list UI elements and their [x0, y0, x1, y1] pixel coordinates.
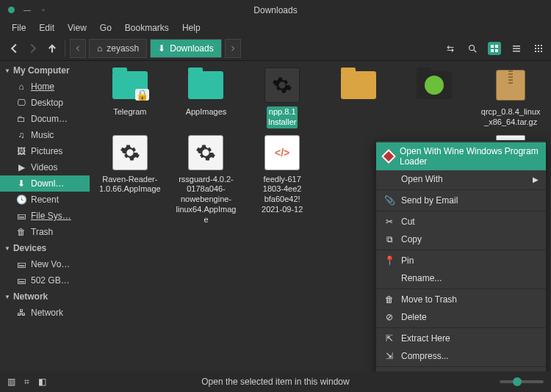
file-icon: </> — [263, 134, 301, 171]
sidebar-section-header[interactable]: ▼Network — [0, 288, 90, 305]
panel-toggle-icon[interactable]: ◧ — [38, 377, 46, 387]
svg-rect-3 — [491, 49, 494, 52]
icon-view-button[interactable] — [488, 42, 501, 55]
back-button[interactable] — [6, 40, 22, 57]
file-icon — [187, 134, 225, 171]
file-item[interactable]: npp.8.1Installer — [245, 65, 320, 130]
extract-icon: ⇱ — [383, 333, 395, 344]
file-label — [357, 106, 360, 108]
sidebar-item-desktop[interactable]: 🖵Desktop — [0, 95, 90, 111]
sidebar-item-downl[interactable]: ⬇Downl… — [0, 175, 90, 192]
breadcrumb-next-arrow[interactable] — [225, 39, 241, 58]
up-button[interactable] — [44, 40, 60, 57]
context-rename-[interactable]: Rename... — [376, 269, 546, 287]
sidebar-item-trash[interactable]: 🗑Trash — [0, 224, 90, 240]
breadcrumb-current[interactable]: ⬇ Downloads — [150, 39, 221, 58]
file-content-area[interactable]: TelegramAppImagesnpp.8.1Installerqrcp_0.… — [90, 61, 551, 371]
file-item[interactable]: </>feedly-6171803-4ee2bfa60e42!2021-09-1… — [245, 133, 320, 228]
sidebar-item-pictures[interactable]: 🖼Pictures — [0, 143, 90, 159]
forward-button[interactable] — [25, 40, 41, 57]
file-item[interactable] — [321, 65, 396, 130]
sidebar-item-recent[interactable]: 🕓Recent — [0, 192, 90, 208]
svg-rect-6 — [513, 48, 520, 49]
file-item[interactable] — [397, 65, 472, 130]
file-item[interactable]: Raven-Reader-1.0.66.AppImage — [93, 133, 168, 228]
file-item[interactable]: AppImages — [169, 65, 244, 130]
file-item[interactable]: rssguard-4.0.2-0178a046-nowebengine-linu… — [169, 133, 244, 228]
context-menu: Open With Wine Windows Program LoaderOpe… — [375, 140, 547, 371]
file-icon — [263, 67, 301, 104]
context-copy[interactable]: ⧉Copy — [376, 231, 546, 248]
file-label: qrcp_0.8.4_linux_x86_64.tar.gz — [478, 106, 543, 128]
breadcrumb-parent[interactable]: ⌂ zeyassh — [89, 39, 147, 58]
context-move-to-trash[interactable]: 🗑Move to Trash — [376, 291, 546, 308]
menu-bookmarks[interactable]: Bookmarks — [119, 21, 175, 35]
svg-rect-11 — [535, 48, 536, 49]
recent-icon: 🕓 — [16, 195, 26, 205]
tree-toggle-icon[interactable]: ⌗ — [24, 377, 29, 387]
sidebar-section-header[interactable]: ▼My Computer — [0, 62, 90, 79]
context-send-by-email[interactable]: 📎Send by Email — [376, 192, 546, 209]
compress-icon: ⇲ — [383, 351, 395, 361]
svg-rect-14 — [535, 51, 536, 52]
file-item[interactable]: Telegram — [93, 65, 168, 130]
menu-help[interactable]: Help — [176, 21, 206, 35]
file-icon — [415, 67, 453, 104]
context-delete[interactable]: ⊘Delete — [376, 308, 546, 326]
sidebar-item-docum[interactable]: 🗀Docum… — [0, 111, 90, 127]
svg-rect-4 — [495, 49, 498, 52]
context-compress-[interactable]: ⇲Compress... — [376, 347, 546, 365]
statusbar: ▥ ⌗ ◧ Open the selected item in this win… — [0, 371, 551, 392]
context-extract-here[interactable]: ⇱Extract Here — [376, 330, 546, 347]
music-icon: ♫ — [16, 130, 26, 140]
file-label — [357, 174, 360, 175]
sidebar-item-filesys[interactable]: 🖴File Sys… — [0, 208, 90, 224]
minimize-icon[interactable]: — — [24, 7, 31, 14]
svg-rect-13 — [541, 48, 542, 49]
sidebar-item-newvo[interactable]: 🖴New Vo… — [0, 256, 90, 272]
maximize-icon[interactable]: ▫ — [40, 7, 47, 14]
breadcrumb-prev-arrow[interactable] — [70, 39, 86, 58]
sidebar-item-network[interactable]: 🖧Network — [0, 305, 90, 321]
file-item[interactable]: qrcp_0.8.4_linux_x86_64.tar.gz — [473, 65, 548, 130]
folder-icon: 🗀 — [16, 114, 26, 124]
home-icon: ⌂ — [97, 43, 102, 54]
delete-icon: ⊘ — [383, 312, 395, 322]
zoom-slider[interactable] — [500, 380, 544, 383]
desktop-icon: 🖵 — [16, 98, 26, 108]
context-open-with[interactable]: Open With▶ — [376, 170, 546, 188]
file-icon — [339, 67, 378, 104]
cut-icon: ✂ — [383, 217, 395, 227]
sidebar-item-music[interactable]: ♫Music — [0, 127, 90, 143]
menu-edit[interactable]: Edit — [33, 21, 60, 35]
sidebar-item-gb[interactable]: 🖴502 GB… — [0, 272, 90, 288]
context-properties[interactable]: ☰Properties — [376, 369, 546, 371]
search-button[interactable] — [466, 42, 479, 55]
close-icon[interactable] — [7, 7, 15, 14]
file-label: AppImages — [184, 106, 228, 118]
context-cut[interactable]: ✂Cut — [376, 213, 546, 231]
home-icon: ⌂ — [16, 81, 26, 92]
trash-icon: 🗑 — [16, 227, 26, 237]
file-label: Telegram — [112, 106, 148, 118]
status-hint: Open the selected item in this window — [201, 377, 349, 387]
menu-go[interactable]: Go — [94, 21, 118, 35]
sidebar-section-header[interactable]: ▼Devices — [0, 240, 90, 256]
sidebar-item-videos[interactable]: ▶Videos — [0, 159, 90, 175]
svg-rect-16 — [541, 51, 542, 52]
filesystem-icon: 🖴 — [16, 211, 26, 221]
places-toggle-icon[interactable]: ▥ — [7, 377, 15, 387]
sidebar-item-home[interactable]: ⌂Home — [0, 79, 90, 95]
svg-rect-5 — [513, 46, 520, 47]
context-open-with-wine-windows-program-loader[interactable]: Open With Wine Windows Program Loader — [376, 142, 546, 170]
toggle-location-button[interactable]: ⇆ — [444, 42, 457, 55]
menu-view[interactable]: View — [62, 21, 93, 35]
file-label: rssguard-4.0.2-0178a046-nowebengine-linu… — [173, 174, 238, 226]
menu-file[interactable]: File — [6, 21, 32, 35]
window-title: Downloads — [253, 5, 297, 15]
list-view-button[interactable] — [510, 42, 523, 55]
context-pin[interactable]: 📍Pin — [376, 252, 546, 269]
sidebar: ▼My Computer⌂Home🖵Desktop🗀Docum…♫Music🖼P… — [0, 61, 90, 371]
compact-view-button[interactable] — [532, 42, 545, 55]
pictures-icon: 🖼 — [16, 146, 26, 156]
